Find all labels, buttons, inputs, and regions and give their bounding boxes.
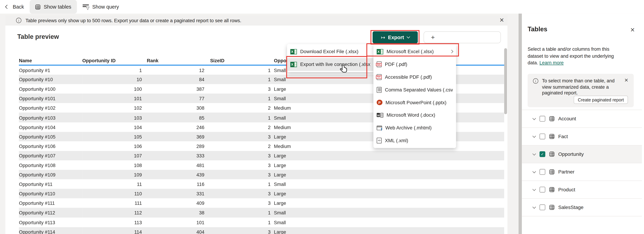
learn-more-link[interactable]: Learn more bbox=[540, 60, 564, 65]
page-title: Table preview bbox=[17, 33, 59, 40]
menu-item-label: Export with live connection (.xlsx) bbox=[300, 62, 370, 67]
table-checkbox[interactable] bbox=[540, 116, 545, 122]
format-submenu-item[interactable]: ↑Web Archive (.mhtml) bbox=[374, 122, 456, 134]
close-icon[interactable]: × bbox=[499, 17, 504, 23]
table-checkbox[interactable] bbox=[540, 205, 545, 210]
table-cell: 109 bbox=[82, 170, 142, 179]
table-cell: 1 bbox=[204, 65, 270, 74]
table-icon bbox=[549, 152, 554, 157]
excel-icon: X bbox=[290, 49, 297, 54]
table-row: Opportunity #1071073333Large bbox=[19, 151, 504, 160]
vertical-scrollbar-thumb[interactable] bbox=[504, 48, 507, 114]
format-submenu-item[interactable]: PDFPDF (.pdf) bbox=[374, 58, 456, 71]
export-menu-item[interactable]: XDownload Excel File (.xlsx) bbox=[287, 45, 374, 58]
table-cell: 12 bbox=[142, 65, 204, 74]
sidebar-table-row-opportunity[interactable]: ✓Opportunity bbox=[522, 146, 642, 163]
table-cell: 1 bbox=[204, 217, 270, 227]
chevron-left-icon bbox=[5, 5, 9, 9]
table-cell: Opportunity #104 bbox=[19, 122, 82, 132]
export-label: Export bbox=[388, 35, 404, 40]
table-cell: Opportunity #109 bbox=[19, 170, 82, 179]
table-cell: 10 bbox=[82, 75, 142, 84]
chevron-down-icon[interactable] bbox=[532, 205, 536, 208]
close-icon[interactable]: × bbox=[630, 26, 635, 33]
table-cell: 246 bbox=[142, 122, 204, 132]
format-submenu-item[interactable]: WMicrosoft Word (.docx) bbox=[374, 109, 456, 122]
sidebar-table-row-salesstage[interactable]: SalesStage bbox=[522, 199, 642, 216]
menu-item-label: Download Excel File (.xlsx) bbox=[300, 49, 358, 55]
export-button[interactable]: ↦ Export bbox=[372, 31, 418, 43]
table-cell: 3 bbox=[204, 227, 270, 234]
table-cell: 3 bbox=[204, 189, 270, 198]
info-icon: i bbox=[16, 18, 22, 23]
table-cell: 111 bbox=[82, 198, 142, 208]
word-icon: W bbox=[377, 112, 383, 118]
table-cell: Opportunity #114 bbox=[19, 227, 82, 234]
pdf-icon: PDF bbox=[377, 62, 382, 67]
table-row: Opportunity #11111161Small bbox=[19, 179, 504, 189]
table-checkbox[interactable] bbox=[540, 134, 545, 139]
sidebar-table-row-partner[interactable]: Partner bbox=[522, 163, 642, 181]
table-icon bbox=[549, 116, 554, 121]
excel-icon: X bbox=[290, 62, 297, 67]
web-archive-icon: ↑ bbox=[377, 126, 382, 130]
format-submenu-item[interactable]: XMicrosoft Excel (.xlsx) bbox=[374, 45, 456, 58]
chevron-down-icon[interactable] bbox=[532, 169, 536, 173]
table-row: Opportunity #1101103313Large bbox=[19, 189, 504, 198]
table-name: Partner bbox=[558, 169, 574, 175]
table-cell: 1 bbox=[204, 75, 270, 84]
table-cell: 104 bbox=[82, 122, 142, 132]
table-name: SalesStage bbox=[558, 204, 584, 210]
create-paginated-report-button[interactable]: Create paginated report bbox=[574, 96, 628, 104]
export-format-submenu: XMicrosoft Excel (.xlsx)PDFPDF (.pdf)PDF… bbox=[374, 44, 456, 148]
table-checkbox[interactable] bbox=[540, 169, 545, 175]
table-cell: 113 bbox=[82, 217, 142, 227]
table-cell: Opportunity #102 bbox=[19, 103, 82, 113]
powerpoint-icon: P bbox=[377, 100, 382, 105]
add-table-tab[interactable]: + bbox=[424, 31, 501, 43]
sidebar-table-row-fact[interactable]: Fact bbox=[522, 128, 642, 146]
table-icon bbox=[549, 205, 554, 210]
show-query-tab[interactable]: ▽ Show query bbox=[77, 0, 125, 14]
table-cell: 112 bbox=[82, 208, 142, 217]
table-cell: 3 bbox=[204, 84, 270, 93]
table-cell: 2 bbox=[204, 103, 270, 113]
back-button[interactable]: Back bbox=[0, 0, 30, 14]
table-name: Fact bbox=[558, 134, 568, 139]
sidebar-table-row-account[interactable]: Account bbox=[522, 110, 642, 128]
chevron-down-icon[interactable] bbox=[532, 134, 536, 138]
menu-item-label: Accessible PDF (.pdf) bbox=[385, 74, 432, 80]
chevron-down-icon[interactable] bbox=[532, 187, 536, 191]
chevron-down-icon[interactable] bbox=[532, 152, 536, 155]
plus-icon: + bbox=[431, 34, 435, 41]
close-icon[interactable]: × bbox=[624, 77, 628, 83]
table-cell: Small bbox=[270, 217, 504, 227]
chevron-down-icon[interactable] bbox=[532, 116, 536, 120]
format-submenu-item[interactable]: Comma Separated Values (.csv) bbox=[374, 83, 456, 96]
panel-splitter[interactable] bbox=[518, 14, 522, 234]
export-menu-item[interactable]: XExport with live connection (.xlsx) bbox=[287, 58, 374, 71]
table-cell: Large bbox=[270, 227, 504, 234]
table-cell: 1 bbox=[204, 113, 270, 122]
table-cell: 38 bbox=[142, 208, 204, 217]
table-cell: Opportunity #103 bbox=[19, 113, 82, 122]
format-submenu-item[interactable]: PDFAccessible PDF (.pdf) bbox=[374, 71, 456, 83]
table-cell: 409 bbox=[142, 198, 204, 208]
sidebar-table-row-product[interactable]: Product bbox=[522, 181, 642, 199]
table-cell: 3 bbox=[204, 198, 270, 208]
table-cell: Opportunity #108 bbox=[19, 160, 82, 170]
table-row: Opportunity #1131131011Small bbox=[19, 217, 504, 227]
table-cell: 1 bbox=[82, 65, 142, 74]
format-submenu-item[interactable]: PMicrosoft PowerPoint (.pptx) bbox=[374, 96, 456, 109]
table-cell: 101 bbox=[82, 94, 142, 103]
table-checkbox[interactable]: ✓ bbox=[540, 152, 545, 157]
table-cell: 116 bbox=[142, 179, 204, 189]
show-tables-tab[interactable]: Show tables bbox=[30, 0, 77, 14]
table-cell: Opportunity #112 bbox=[19, 208, 82, 217]
table-checkbox[interactable] bbox=[540, 187, 545, 192]
table-cell: Opportunity #10 bbox=[19, 75, 82, 84]
table-cell: 102 bbox=[82, 103, 142, 113]
format-submenu-item[interactable]: <>XML (.xml) bbox=[374, 134, 456, 147]
table-cell: 439 bbox=[142, 170, 204, 179]
csv-icon bbox=[377, 87, 382, 93]
